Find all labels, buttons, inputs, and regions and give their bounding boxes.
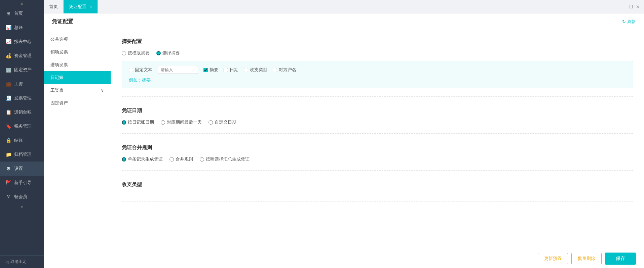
summary-radio-group: 按模版摘要 选择摘要 — [122, 50, 633, 56]
guide-icon: 🚩 — [5, 180, 11, 185]
sidebar: ▲ ⊞ 首页 📊 总账 📈 报表中心 💰 资金管理 🏢 固定资产 💼 工资 🧾 … — [0, 0, 44, 268]
home-icon: ⊞ — [5, 11, 11, 16]
invoice-mgmt-icon: 🧾 — [5, 95, 11, 101]
select-merge-option[interactable]: 按照选择汇总生成凭证 — [200, 156, 250, 162]
sidebar-item-settings[interactable]: ⚙ 设置 — [0, 162, 44, 176]
date-checkbox[interactable] — [224, 68, 228, 72]
summary-section: 摘要配置 按模版摘要 选择摘要 固定文本 — [122, 38, 633, 97]
last-day-radio[interactable] — [161, 120, 165, 125]
merge-rules-section: 凭证合并规则 单条记录生成凭证 合并规则 按照选择汇总生成凭证 — [122, 144, 633, 171]
by-journal-date-radio[interactable] — [122, 120, 126, 125]
template-summary-option[interactable]: 按模版摘要 — [122, 50, 150, 56]
voucher-date-title: 凭证日期 — [122, 107, 633, 114]
counterpart-option[interactable]: 对方户名 — [273, 67, 296, 73]
batch-delete-button[interactable]: 批量删除 — [571, 253, 602, 264]
custom-date-option[interactable]: 自定义日期 — [209, 119, 236, 125]
summary-title: 摘要配置 — [122, 38, 633, 45]
income-type-checkbox[interactable] — [244, 68, 248, 72]
closing-icon: 🔒 — [5, 138, 11, 143]
voucher-date-radio-group: 按日记账日期 对应期间最后一天 自定义日期 — [122, 119, 633, 125]
page-title: 凭证配置 — [52, 18, 73, 25]
ledger-icon: 📊 — [5, 25, 11, 30]
single-record-radio[interactable] — [122, 157, 126, 162]
refresh-icon: ↻ — [622, 19, 626, 24]
sidebar-item-salary[interactable]: 💼 工资 — [0, 77, 44, 91]
save-button[interactable]: 保存 — [605, 253, 636, 265]
settings-icon: ⚙ — [5, 166, 11, 171]
window-controls: ❐ ✕ — [629, 4, 644, 9]
income-type-title: 收支类型 — [122, 181, 633, 188]
restore-icon[interactable]: ❐ — [629, 4, 633, 9]
content-header: 凭证配置 ↻ 刷新 — [44, 13, 644, 30]
by-journal-date-option[interactable]: 按日记账日期 — [122, 119, 154, 125]
fund-icon: 💰 — [5, 53, 11, 58]
vip-icon: V — [5, 194, 11, 199]
pin-icon: ◁ — [5, 260, 8, 264]
single-record-option[interactable]: 单条记录生成凭证 — [122, 156, 163, 162]
summary-checkbox-row: 固定文本 摘要 日期 收支类型 — [129, 66, 626, 74]
archive-icon: 📁 — [5, 152, 11, 157]
sales-ledger-icon: 📋 — [5, 109, 11, 115]
tab-voucher-config[interactable]: 凭证配置 × — [64, 0, 98, 13]
sidebar-item-fund[interactable]: 💰 资金管理 — [0, 49, 44, 63]
sidebar-item-guide[interactable]: 🚩 新手引导 — [0, 176, 44, 190]
left-nav-payroll[interactable]: 工资表 ∨ — [44, 84, 111, 97]
sidebar-item-assets[interactable]: 🏢 固定资产 — [0, 63, 44, 77]
tab-bar: 首页 凭证配置 × ❐ ✕ — [44, 0, 644, 13]
select-merge-radio[interactable] — [200, 157, 204, 162]
bottom-action-bar: 更新预置 批量删除 保存 — [111, 249, 644, 268]
counterpart-checkbox[interactable] — [273, 68, 277, 72]
example-text: 例如：摘要 — [129, 77, 626, 83]
left-nav-public[interactable]: 公共选项 — [44, 33, 111, 46]
right-content: 摘要配置 按模版摘要 选择摘要 固定文本 — [111, 30, 644, 268]
summary-checkbox[interactable] — [203, 68, 208, 72]
report-icon: 📈 — [5, 39, 11, 44]
income-type-option[interactable]: 收支类型 — [244, 67, 267, 73]
left-nav-journal[interactable]: 日记账 — [44, 71, 111, 84]
select-summary-radio[interactable] — [156, 51, 161, 55]
left-nav-purchase-invoice[interactable]: 进项发票 — [44, 58, 111, 71]
voucher-date-section: 凭证日期 按日记账日期 对应期间最后一天 自定义日期 — [122, 107, 633, 134]
left-nav: 公共选项 销项发票 进项发票 日记账 工资表 ∨ 固定资产 — [44, 30, 111, 268]
sidebar-scroll-down[interactable]: ▼ — [0, 204, 44, 210]
assets-icon: 🏢 — [5, 67, 11, 73]
sidebar-item-sales-ledger[interactable]: 📋 进销台账 — [0, 105, 44, 119]
left-nav-fixed-assets[interactable]: 固定资产 — [44, 97, 111, 109]
sidebar-unpin-button[interactable]: ◁ 取消固定 — [0, 255, 44, 268]
sidebar-item-archive[interactable]: 📁 归档管理 — [0, 147, 44, 162]
fixed-text-input[interactable] — [158, 66, 198, 74]
sidebar-scroll-up[interactable]: ▲ — [0, 0, 44, 6]
left-nav-sales-invoice[interactable]: 销项发票 — [44, 46, 111, 58]
tab-home[interactable]: 首页 — [44, 0, 64, 13]
merge-rules-radio[interactable] — [169, 157, 174, 162]
sidebar-item-ledger[interactable]: 📊 总账 — [0, 20, 44, 35]
sidebar-item-closing[interactable]: 🔒 结账 — [0, 133, 44, 147]
close-icon[interactable]: ✕ — [636, 4, 640, 9]
merge-rules-option[interactable]: 合并规则 — [169, 156, 193, 162]
salary-icon: 💼 — [5, 81, 11, 87]
merge-rules-title: 凭证合并规则 — [122, 144, 633, 151]
template-summary-radio[interactable] — [122, 51, 126, 55]
custom-date-radio[interactable] — [209, 120, 213, 125]
sidebar-item-vip[interactable]: V 畅会员 — [0, 190, 44, 204]
sidebar-item-report[interactable]: 📈 报表中心 — [0, 35, 44, 49]
summary-config-box: 固定文本 摘要 日期 收支类型 — [122, 61, 633, 88]
chevron-down-icon: ∨ — [101, 88, 104, 93]
last-day-option[interactable]: 对应期间最后一天 — [161, 119, 202, 125]
sidebar-item-invoice-mgmt[interactable]: 🧾 发票管理 — [0, 91, 44, 105]
fixed-text-checkbox[interactable] — [129, 68, 133, 72]
refresh-button[interactable]: ↻ 刷新 — [622, 19, 636, 25]
tax-icon: 🔖 — [5, 124, 11, 129]
fixed-text-option[interactable]: 固定文本 — [129, 67, 152, 73]
main-area: 首页 凭证配置 × ❐ ✕ 凭证配置 ↻ 刷新 公共选项 销项发票 进 — [44, 0, 644, 268]
income-type-section: 收支类型 — [122, 181, 633, 202]
date-option[interactable]: 日期 — [224, 67, 238, 73]
sidebar-item-home[interactable]: ⊞ 首页 — [0, 6, 44, 20]
content-body: 公共选项 销项发票 进项发票 日记账 工资表 ∨ 固定资产 摘要配置 — [44, 30, 644, 268]
merge-rules-radio-group: 单条记录生成凭证 合并规则 按照选择汇总生成凭证 — [122, 156, 633, 162]
tab-close-icon[interactable]: × — [90, 4, 92, 9]
sidebar-item-tax[interactable]: 🔖 税务管理 — [0, 119, 44, 133]
summary-option[interactable]: 摘要 — [203, 67, 218, 73]
update-preview-button[interactable]: 更新预置 — [538, 253, 568, 264]
select-summary-option[interactable]: 选择摘要 — [156, 50, 180, 56]
